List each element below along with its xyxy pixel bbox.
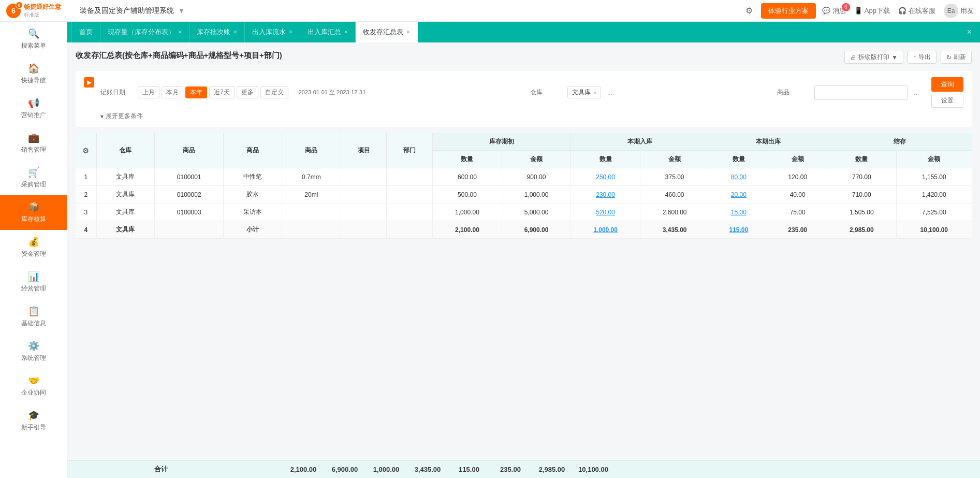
tab-home-label: 首页 <box>79 27 93 37</box>
date-btn-last-month[interactable]: 上月 <box>138 86 159 98</box>
inventory-icon: 📦 <box>28 201 39 213</box>
export-button[interactable]: ↑ 导出 <box>908 51 937 64</box>
th-warehouse: 仓库 <box>96 133 154 168</box>
row1-spec: 0.7mm <box>282 168 341 186</box>
date-btn-this-year[interactable]: 本年 <box>185 86 207 98</box>
row3-warehouse: 文具库 <box>96 204 154 221</box>
tab-receipt-summary-close[interactable]: × <box>406 28 410 36</box>
system-dropdown-icon[interactable]: ▼ <box>178 7 185 15</box>
row3-out-qty[interactable]: 15.00 <box>709 204 768 221</box>
gear-button[interactable]: ⚙ <box>743 4 755 18</box>
app-download-action[interactable]: 📱 App下载 <box>854 6 890 16</box>
row3-index: 3 <box>76 204 96 221</box>
guide-icon: 🎓 <box>28 410 39 421</box>
subtotal-open-qty: 2,100.00 <box>433 221 502 239</box>
goods-filter[interactable] <box>814 85 908 100</box>
warehouse-tag-close[interactable]: × <box>593 90 596 96</box>
sidebar-item-inventory[interactable]: 📦 库存核算 <box>0 195 67 230</box>
basic-icon: 📋 <box>28 306 39 317</box>
expand-conditions-button[interactable]: ▾ 展开更多条件 <box>100 112 963 121</box>
app-logo: 6 6 <box>6 4 21 18</box>
sidebar-label-system: 系统管理 <box>21 354 46 363</box>
sidebar-label-sales: 销售管理 <box>21 146 46 154</box>
refresh-button[interactable]: ↻ 刷新 <box>941 51 972 64</box>
sidebar: 🔍 搜索菜单 🏠 快捷导航 📢 营销推广 💼 销售管理 🛒 采购管理 📦 <box>0 22 67 478</box>
warehouse-filter-label: 仓库 <box>530 88 561 97</box>
row3-close-qty: 1,505.00 <box>827 204 897 221</box>
total-close-amt: 10,100.00 <box>573 466 614 473</box>
headset-icon: 🎧 <box>898 7 906 15</box>
tab-home[interactable]: 首页 <box>71 22 100 42</box>
sidebar-item-search[interactable]: 🔍 搜索菜单 <box>0 22 67 56</box>
tab-inout-flow[interactable]: 出入库流水 × <box>245 22 300 42</box>
trial-button[interactable]: 体验行业方案 <box>761 3 816 19</box>
subtotal-out-qty[interactable]: 115.00 <box>709 221 768 239</box>
tab-inout-summary[interactable]: 出入库汇总 × <box>300 22 356 42</box>
date-btn-this-month[interactable]: 本月 <box>162 86 183 98</box>
row1-out-qty[interactable]: 80.00 <box>709 168 768 186</box>
sidebar-item-marketing[interactable]: 📢 营销推广 <box>0 91 67 126</box>
system-name-area: 装备及固定资产辅助管理系统 ▼ <box>80 6 737 16</box>
sidebar-item-home[interactable]: 🏠 快捷导航 <box>0 56 67 91</box>
message-action[interactable]: 💬 消息 6 <box>822 6 846 16</box>
warehouse-filter[interactable]: 文具库 × <box>567 86 601 98</box>
sidebar-item-guide[interactable]: 🎓 新手引导 <box>0 403 67 438</box>
sidebar-item-sales[interactable]: 💼 销售管理 <box>0 126 67 161</box>
settings-button[interactable]: 设置 <box>931 94 963 108</box>
tab-inout-summary-close[interactable]: × <box>344 28 348 36</box>
refresh-icon: ↻ <box>946 54 952 61</box>
tab-batch[interactable]: 库存批次账 × <box>189 22 245 42</box>
sidebar-label-collab: 企业协同 <box>21 388 46 397</box>
tab-stock-dist-close[interactable]: × <box>178 28 182 36</box>
row3-project <box>341 204 387 221</box>
sidebar-item-purchase[interactable]: 🛒 采购管理 <box>0 161 67 195</box>
sidebar-label-search: 搜索菜单 <box>21 41 46 50</box>
sidebar-item-operation[interactable]: 📊 经营管理 <box>0 265 67 299</box>
filter-collapse-button[interactable]: ▶ <box>84 77 94 88</box>
row2-in-qty[interactable]: 230.00 <box>571 186 640 204</box>
online-service-action[interactable]: 🎧 在线客服 <box>898 6 935 16</box>
date-btn-custom[interactable]: 自定义 <box>260 86 288 98</box>
row2-spec: 20ml <box>282 186 341 204</box>
user-action[interactable]: Ea 用友 <box>944 4 974 18</box>
subtotal-warehouse: 文具库 <box>96 221 154 239</box>
table-settings-icon[interactable]: ⚙ <box>82 147 89 155</box>
date-btn-7days[interactable]: 近7天 <box>209 86 235 98</box>
sidebar-item-system[interactable]: ⚙️ 系统管理 <box>0 334 67 369</box>
row2-out-qty[interactable]: 20.00 <box>709 186 768 204</box>
th-goods-name: 商品 <box>224 133 282 168</box>
tab-receipt-summary[interactable]: 收发存汇总表 × <box>356 22 418 42</box>
tab-batch-close[interactable]: × <box>233 28 237 36</box>
print-button[interactable]: 🖨 拆锁版打印 ▼ <box>844 51 903 64</box>
sidebar-item-finance[interactable]: 💰 资金管理 <box>0 230 67 265</box>
data-table: ⚙ 仓库 商品 商品 商品 项目 部门 库存期初 本期入库 本期出库 <box>76 133 972 239</box>
subtotal-in-amt: 3,435.00 <box>640 221 709 239</box>
th-goods-spec: 商品 <box>282 133 341 168</box>
subtotal-dept <box>387 221 433 239</box>
th-department: 部门 <box>387 133 433 168</box>
total-open-amt: 6,900.00 <box>324 466 365 473</box>
tab-stock-dist[interactable]: 现存量（库存分布表） × <box>100 22 189 42</box>
page-title: 收发存汇总表(按仓库+商品编码+商品+规格型号+项目+部门) <box>76 51 282 61</box>
close-all-tabs[interactable]: × <box>963 27 976 37</box>
row1-in-qty[interactable]: 250.00 <box>571 168 640 186</box>
subtotal-open-amt: 6,900.00 <box>502 221 571 239</box>
row1-open-qty: 600.00 <box>433 168 502 186</box>
row1-out-amt: 120.00 <box>768 168 827 186</box>
row3-in-qty[interactable]: 520.00 <box>571 204 640 221</box>
th-gear[interactable]: ⚙ <box>76 133 96 168</box>
print-dropdown-icon: ▼ <box>891 54 898 61</box>
row1-open-amt: 900.00 <box>502 168 571 186</box>
sidebar-item-basic[interactable]: 📋 基础信息 <box>0 299 67 334</box>
date-btn-more[interactable]: 更多 <box>237 86 258 98</box>
sidebar-label-operation: 经营管理 <box>21 284 46 293</box>
sidebar-item-collab[interactable]: 🤝 企业协同 <box>0 369 67 403</box>
query-button[interactable]: 查询 <box>931 77 963 92</box>
logo-text: 畅捷通好生意 标准版 <box>24 3 61 19</box>
subtotal-in-qty[interactable]: 1,000.00 <box>571 221 640 239</box>
tab-inout-flow-close[interactable]: × <box>289 28 292 36</box>
warehouse-more[interactable]: ... <box>607 89 612 96</box>
th-open-amt: 金额 <box>502 151 571 168</box>
goods-more[interactable]: ... <box>914 89 919 96</box>
avatar: Ea <box>944 4 958 18</box>
